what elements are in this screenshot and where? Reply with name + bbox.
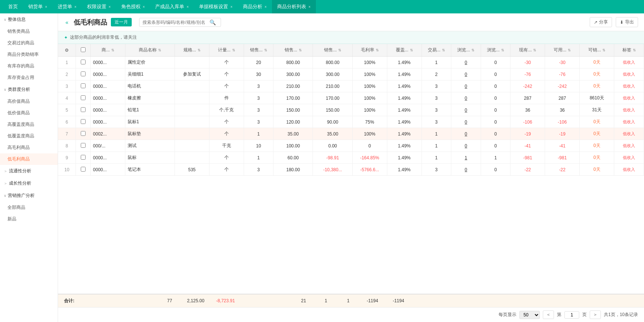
row-checkbox[interactable] bbox=[81, 95, 86, 100]
cell-checkbox[interactable] bbox=[76, 57, 91, 68]
row-checkbox[interactable] bbox=[81, 131, 86, 136]
sidebar-item-low-value[interactable]: 低价值商品 bbox=[0, 107, 58, 119]
sidebar-section-header-growth[interactable]: ＞ 成长性分析 bbox=[0, 177, 58, 189]
close-icon[interactable]: × bbox=[143, 5, 145, 9]
col-current-stock[interactable]: 现有...⇅ bbox=[510, 44, 545, 57]
nav-template-setting[interactable]: 单据模板设置 × bbox=[194, 0, 238, 13]
export-button[interactable]: ⬇ 导出 bbox=[616, 17, 638, 27]
cell-checkbox[interactable] bbox=[76, 128, 91, 140]
next-page-button[interactable]: ＞ bbox=[590, 310, 601, 319]
select-all-checkbox[interactable] bbox=[81, 47, 86, 52]
sidebar-section-header-cluster[interactable]: ∨ 类群度分析 bbox=[0, 83, 58, 96]
cell-views1[interactable]: 0 bbox=[451, 128, 481, 140]
col-sales-amount[interactable]: 销售...⇅ bbox=[273, 44, 313, 57]
col-checkbox[interactable] bbox=[76, 44, 91, 57]
cell-checkbox[interactable] bbox=[76, 164, 91, 176]
date-filter-button[interactable]: 近一月 bbox=[111, 18, 132, 26]
close-icon[interactable]: × bbox=[109, 5, 111, 9]
sidebar-section-header-marketing[interactable]: ∨ 营销推广分析 bbox=[0, 189, 58, 202]
row-checkbox[interactable] bbox=[81, 143, 86, 148]
nav-home[interactable]: 首页 bbox=[3, 0, 23, 13]
col-tag[interactable]: 标签⇅ bbox=[614, 44, 644, 57]
row-checkbox[interactable] bbox=[81, 167, 86, 172]
col-unit[interactable]: 计量...⇅ bbox=[209, 44, 244, 57]
sidebar-item-traded-products[interactable]: 交易过的商品 bbox=[0, 37, 58, 49]
row-checkbox[interactable] bbox=[81, 71, 86, 76]
close-icon[interactable]: × bbox=[45, 5, 47, 9]
cell-checkbox[interactable] bbox=[76, 92, 91, 104]
sidebar-item-category-sales-rate[interactable]: 商品分类助销率 bbox=[0, 49, 58, 60]
cell-views1[interactable]: 0 bbox=[451, 140, 481, 152]
nav-product-analysis-list[interactable]: 商品分析列表 × bbox=[272, 0, 316, 13]
search-icon[interactable]: 🔍 bbox=[209, 19, 216, 25]
col-settings[interactable]: ⚙ bbox=[58, 44, 76, 57]
cell-views1[interactable]: 0 bbox=[451, 80, 481, 92]
page-input[interactable] bbox=[564, 311, 579, 319]
col-sales-profit[interactable]: 销售...⇅ bbox=[313, 44, 352, 57]
col-views2[interactable]: 浏览...⇅ bbox=[481, 44, 510, 57]
table-row: 4 0000... 橡皮擦 件 3 170.00 170.00 100% 1.4… bbox=[58, 92, 644, 104]
col-coverage[interactable]: 覆盖...⇅ bbox=[387, 44, 422, 57]
sidebar-item-in-stock-products[interactable]: 有库存的商品 bbox=[0, 60, 58, 72]
per-page-select[interactable]: 50 100 200 bbox=[519, 311, 540, 319]
sidebar-item-low-coverage[interactable]: 低覆盖度商品 bbox=[0, 130, 58, 142]
sidebar-item-low-margin[interactable]: 低毛利商品 bbox=[0, 153, 58, 165]
cell-views1[interactable]: 0 bbox=[451, 92, 481, 104]
col-transactions[interactable]: 交易...⇅ bbox=[422, 44, 451, 57]
sidebar-collapse-button[interactable]: « bbox=[64, 18, 70, 27]
close-icon[interactable]: × bbox=[186, 5, 189, 9]
cell-views1[interactable]: 0 bbox=[451, 116, 481, 128]
nav-product-analysis[interactable]: 商品分析 × bbox=[238, 0, 272, 13]
sidebar-section-header-liquidity[interactable]: ＞ 流通性分析 bbox=[0, 165, 58, 177]
cell-views1[interactable]: 1 bbox=[451, 152, 481, 164]
cell-checkbox[interactable] bbox=[76, 152, 91, 164]
nav-permission[interactable]: 权限设置 × bbox=[82, 0, 116, 13]
close-icon[interactable]: × bbox=[230, 5, 233, 9]
main-content: « 低毛利商品 近一月 🔍 ↗ 分享 ⬇ 导出 ✦ 这部分商品的利润非常低， bbox=[58, 13, 644, 322]
cell-views1[interactable]: 0 bbox=[451, 57, 481, 68]
cell-views1[interactable]: 0 bbox=[451, 164, 481, 176]
sidebar-item-high-margin[interactable]: 高毛利商品 bbox=[0, 142, 58, 153]
col-spec[interactable]: 规格...⇅ bbox=[174, 44, 209, 57]
close-icon[interactable]: × bbox=[265, 5, 267, 9]
nav-sales-order[interactable]: 销货单 × bbox=[23, 0, 52, 13]
sidebar-item-new-products[interactable]: 新品 bbox=[0, 213, 58, 225]
nav-product-in[interactable]: 产成品入库单 × bbox=[150, 0, 194, 13]
share-button[interactable]: ↗ 分享 bbox=[590, 17, 612, 27]
cell-tag: 低收入 bbox=[614, 80, 644, 92]
row-checkbox[interactable] bbox=[81, 155, 86, 160]
col-available[interactable]: 可用...⇅ bbox=[545, 44, 580, 57]
row-checkbox[interactable] bbox=[81, 60, 86, 64]
cell-views1[interactable]: 0 bbox=[451, 68, 481, 80]
sidebar-item-high-coverage[interactable]: 高覆盖度商品 bbox=[0, 119, 58, 130]
search-input[interactable] bbox=[142, 20, 209, 25]
row-checkbox[interactable] bbox=[81, 119, 86, 124]
row-checkbox[interactable] bbox=[81, 83, 86, 88]
cell-checkbox[interactable] bbox=[76, 68, 91, 80]
nav-purchase-order[interactable]: 进货单 × bbox=[52, 0, 82, 13]
col-sales-qty[interactable]: 销售...⇅ bbox=[244, 44, 273, 57]
cell-views1[interactable]: 0 bbox=[451, 104, 481, 116]
nav-role-auth[interactable]: 角色授权 × bbox=[116, 0, 150, 13]
sidebar-item-all-products[interactable]: 全部商品 bbox=[0, 202, 58, 213]
col-gross-margin[interactable]: 毛利率⇅ bbox=[352, 44, 387, 57]
sidebar-item-sales-products[interactable]: 销售类商品 bbox=[0, 26, 58, 37]
close-icon[interactable]: × bbox=[74, 5, 77, 9]
col-name[interactable]: 商品名称⇅ bbox=[125, 44, 175, 57]
cell-checkbox[interactable] bbox=[76, 140, 91, 152]
sidebar-section-header-overall[interactable]: ∨ 整体信息 bbox=[0, 13, 58, 26]
cell-sales-profit: -98.91 bbox=[313, 152, 352, 164]
col-views1[interactable]: 浏览...⇅ bbox=[451, 44, 481, 57]
sidebar-item-stock-capital[interactable]: 库存资金占用 bbox=[0, 72, 58, 83]
col-saleable[interactable]: 可销...⇅ bbox=[580, 44, 614, 57]
cell-checkbox[interactable] bbox=[76, 104, 91, 116]
cell-name: 测试 bbox=[125, 140, 175, 152]
cell-saleable: 0天 bbox=[580, 164, 614, 176]
cell-checkbox[interactable] bbox=[76, 80, 91, 92]
sidebar-item-high-value[interactable]: 高价值商品 bbox=[0, 96, 58, 107]
close-icon[interactable]: × bbox=[308, 5, 311, 9]
cell-checkbox[interactable] bbox=[76, 116, 91, 128]
row-checkbox[interactable] bbox=[81, 107, 86, 112]
prev-page-button[interactable]: ＜ bbox=[543, 310, 554, 319]
col-code[interactable]: 商...⇅ bbox=[91, 44, 125, 57]
